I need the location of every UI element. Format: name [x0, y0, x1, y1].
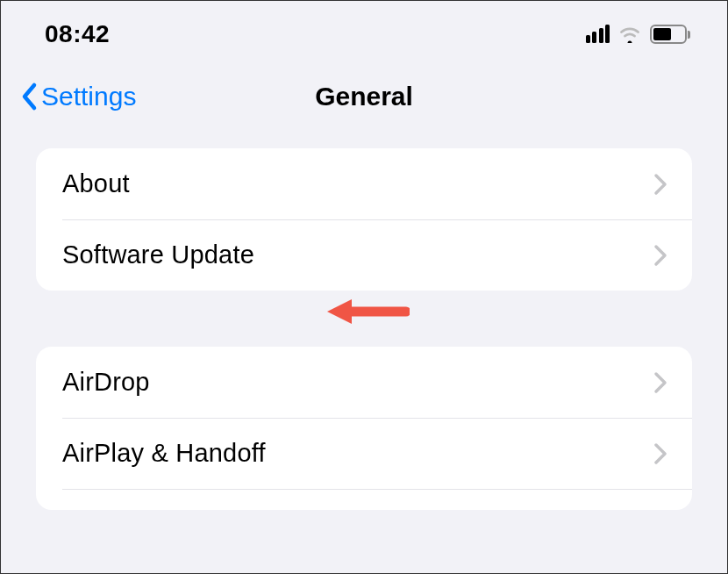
page-title: General	[315, 82, 413, 111]
status-time: 08:42	[45, 20, 110, 48]
row-label: Software Update	[62, 240, 254, 269]
wifi-icon	[618, 25, 641, 43]
settings-group-1: About Software Update	[36, 148, 692, 291]
battery-icon	[650, 25, 690, 44]
row-label: About	[62, 169, 130, 198]
chevron-left-icon	[20, 82, 39, 111]
chevron-right-icon	[653, 173, 667, 196]
cellular-signal-icon	[586, 25, 610, 43]
chevron-right-icon	[653, 371, 667, 394]
row-software-update[interactable]: Software Update	[36, 219, 692, 291]
chevron-right-icon	[653, 442, 667, 465]
chevron-right-icon	[653, 244, 667, 267]
row-airplay-handoff[interactable]: AirPlay & Handoff	[36, 418, 692, 489]
status-indicators	[586, 25, 691, 44]
row-label: AirDrop	[62, 368, 150, 397]
row-label: AirPlay & Handoff	[62, 439, 266, 468]
row-airdrop[interactable]: AirDrop	[36, 347, 692, 418]
back-label: Settings	[41, 82, 136, 111]
settings-group-2: AirDrop AirPlay & Handoff	[36, 347, 692, 510]
back-button[interactable]: Settings	[20, 82, 136, 111]
content: About Software Update AirDrop AirPlay & …	[1, 138, 727, 510]
status-bar: 08:42	[1, 1, 727, 64]
row-about[interactable]: About	[36, 148, 692, 219]
row-extra[interactable]	[36, 489, 692, 510]
navigation-bar: Settings General	[1, 64, 727, 138]
